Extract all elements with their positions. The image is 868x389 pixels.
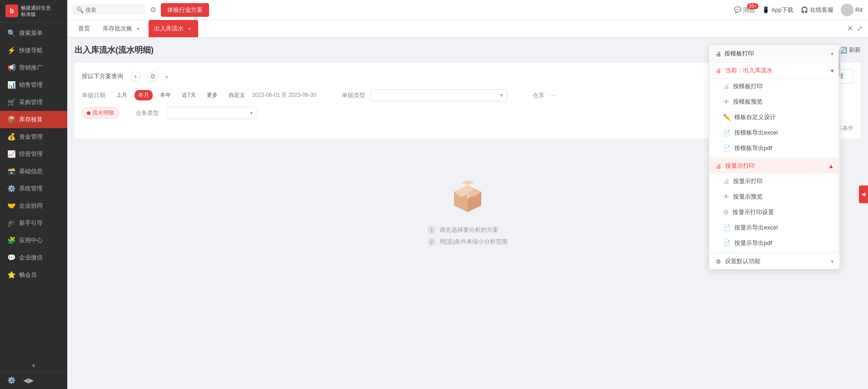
step-num-1: 1 — [428, 226, 436, 234]
refresh-btn[interactable]: 🔄 刷新 — [840, 46, 861, 54]
display-print-header-icon: 🖨 — [716, 163, 722, 170]
date-range: 2023-06-01 至 2023-06-30 — [252, 91, 316, 99]
nav-label-wechat: 企业微信 — [19, 254, 43, 262]
dropdown-template-print[interactable]: 🖨 按模板打印 — [709, 79, 840, 94]
app-download-btn[interactable]: 📱 App下载 — [762, 6, 793, 14]
dropdown-display-pdf[interactable]: 📄 按显示导出pdf — [709, 235, 840, 251]
date-custom[interactable]: 自定义 — [225, 90, 249, 100]
nav-label-marketing: 营销推广 — [19, 64, 43, 72]
tab-batch-close[interactable]: × — [135, 25, 141, 32]
nav-label-member: 畅会员 — [19, 271, 37, 279]
dropdown-current-label: 当前：出入库流水 — [725, 66, 773, 75]
nav-label-purchase: 采购管理 — [19, 98, 43, 106]
nav-label-collab: 企业协同 — [19, 202, 43, 210]
nav-icon-shortcut: ⚡ — [7, 46, 15, 55]
bottom-collapse-icon[interactable]: ◀▶ — [23, 376, 34, 384]
tab-flow-close[interactable]: × — [186, 25, 193, 32]
dropdown-printer-icon: 🖨 — [716, 50, 722, 57]
dropdown-current[interactable]: 🖨 当前：出入库流水 ▾ — [709, 63, 840, 79]
online-service-btn[interactable]: 🎧 在线客服 — [801, 6, 833, 14]
template-pdf-icon: 📄 — [723, 145, 731, 152]
biz-type-select[interactable]: ▾ — [166, 107, 257, 119]
filter-collapse-icon[interactable]: « — [165, 73, 168, 80]
tab-flow[interactable]: 出入库流水 × — [149, 20, 198, 37]
sidebar-item-guide[interactable]: 🎓 新手引导 — [0, 214, 67, 232]
sidebar-item-wechat[interactable]: 💬 企业微信 — [0, 249, 67, 266]
app-download-label: App下载 — [771, 6, 793, 14]
sidebar-item-basic[interactable]: 🗃️ 基础信息 — [0, 163, 67, 180]
sidebar-item-finance[interactable]: 💰 资金管理 — [0, 128, 67, 145]
warehouse-area: 仓库 ··· — [533, 91, 555, 100]
dropdown-display-print[interactable]: 🖨 按显示打印 — [709, 174, 840, 189]
display-settings-icon: ⚙ — [723, 209, 729, 216]
sidebar-item-sales[interactable]: 📊 销售管理 — [0, 76, 67, 94]
right-edge-btn[interactable]: ◀ — [859, 185, 868, 203]
sidebar-item-system[interactable]: ⚙️ 系统管理 — [0, 180, 67, 197]
display-excel-label: 按显示导出excel — [734, 224, 778, 232]
tab-home[interactable]: 首页 — [73, 20, 95, 37]
sidebar-item-inventory[interactable]: 📦 库存核算 — [0, 111, 67, 128]
dropdown-display-preview[interactable]: 👁 按显示预览 — [709, 189, 840, 204]
date-this-year[interactable]: 本年 — [156, 90, 175, 100]
user-avatar-area[interactable]: Rit — [841, 4, 863, 16]
sidebar-item-member[interactable]: ⭐ 畅会员 — [0, 266, 67, 284]
refresh-label: 刷新 — [849, 46, 861, 54]
logo-icon: b — [5, 5, 18, 17]
topbar-search-wrap[interactable]: 🔍 — [73, 5, 145, 15]
filter-add-btn[interactable]: + — [130, 71, 140, 81]
dropdown-template-preview[interactable]: 👁 按模板预览 — [709, 94, 840, 110]
sidebar-item-shortcut[interactable]: ⚡ 快捷导航 — [0, 42, 67, 59]
logo-sub: 标准版 — [21, 11, 51, 17]
dropdown-header-title: 🖨 按模板打印 — [716, 50, 754, 58]
trial-btn[interactable]: 体验行业方案 — [161, 3, 209, 17]
sidebar-item-operation[interactable]: 📈 经营管理 — [0, 145, 67, 163]
tab-close-icon[interactable]: ✕ — [847, 24, 853, 33]
notifications-btn[interactable]: 💬 消息 99+ — [734, 6, 755, 14]
dropdown-display-settings[interactable]: ⚙ 按显示打印设置 — [709, 204, 840, 220]
date-last-month[interactable]: 上月 — [113, 90, 131, 100]
sidebar-item-collab[interactable]: 🤝 企业协同 — [0, 197, 67, 214]
sidebar-item-purchase[interactable]: 🛒 采购管理 — [0, 94, 67, 111]
filter-settings-btn[interactable]: ⚙ — [148, 71, 158, 81]
date-this-month[interactable]: 本月 — [135, 90, 153, 100]
tab-expand-icon[interactable]: ⤢ — [857, 24, 863, 33]
date-more[interactable]: 更多 — [203, 90, 221, 100]
nav-label-finance: 资金管理 — [19, 133, 43, 141]
display-print-label: 按显示打印 — [733, 177, 763, 185]
notification-icon: 💬 — [734, 6, 741, 13]
dropdown-template-pdf[interactable]: 📄 按模板导出pdf — [709, 140, 840, 156]
bill-type-area: 单据类型 ▾ — [342, 89, 507, 101]
nav-label-shortcut: 快捷导航 — [19, 46, 43, 55]
sidebar-item-apps[interactable]: 🧩 应用中心 — [0, 232, 67, 249]
date-last7[interactable]: 近7天 — [178, 90, 200, 100]
search-icon: 🔍 — [76, 6, 84, 13]
dropdown-footer[interactable]: ⚙ 设置默认功能 ▾ — [709, 253, 840, 269]
dropdown-current-icon: 🖨 — [716, 67, 722, 74]
tag-dot — [87, 111, 90, 115]
warehouse-more-icon[interactable]: ··· — [550, 92, 555, 99]
dropdown-display-excel[interactable]: 📄 按显示导出excel — [709, 220, 840, 235]
dropdown-template-customize[interactable]: ✏️ 模板自定义设计 — [709, 110, 840, 125]
topbar-right: 💬 消息 99+ 📱 App下载 🎧 在线客服 Rit — [734, 4, 863, 16]
nav-label-operation: 经营管理 — [19, 150, 43, 158]
dropdown-divider-2 — [709, 252, 840, 252]
sidebar-item-search[interactable]: 🔍 搜索菜单 — [0, 25, 67, 42]
sidebar-scroll-down[interactable]: ▼ — [0, 363, 67, 369]
dropdown-template-excel[interactable]: 📄 按模板导出excel — [709, 125, 840, 140]
bottom-settings-icon[interactable]: ⚙️ — [7, 376, 16, 384]
display-print-header-label: 按显示打印 — [725, 162, 755, 170]
dropdown-panel: 🖨 按模板打印 ▾ 🖨 当前：出入库流水 ▾ 🖨 按模板打印 👁 按模板预览 ✏… — [709, 45, 841, 269]
display-print-header-content: 🖨 按显示打印 — [716, 162, 755, 170]
topbar-gear-icon[interactable]: ⚙ — [150, 5, 156, 14]
tab-batch[interactable]: 库存批次账 × — [97, 20, 147, 37]
svg-point-6 — [464, 195, 467, 198]
dropdown-header-chevron[interactable]: ▾ — [831, 50, 834, 57]
logo-name: 畅捷通好生意 — [21, 5, 51, 11]
bill-type-select[interactable]: ▾ — [371, 89, 507, 101]
dropdown-display-print-header[interactable]: 🖨 按显示打印 ▲ — [709, 158, 840, 174]
tab-batch-label: 库存批次账 — [103, 25, 132, 33]
date-label: 单据日期 — [82, 91, 105, 100]
sidebar-item-marketing[interactable]: 📢 营销推广 — [0, 59, 67, 76]
flow-detail-tag[interactable]: 流水明细 — [82, 107, 119, 119]
topbar-search-input[interactable] — [85, 7, 140, 13]
